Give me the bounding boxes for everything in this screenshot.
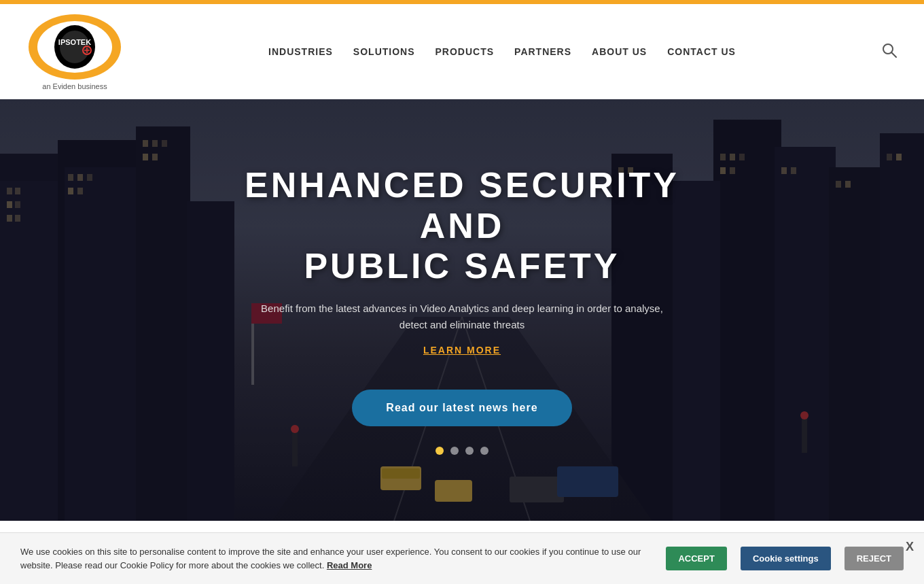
carousel-dot-4[interactable] bbox=[480, 447, 488, 455]
logo-image: IPSOTEK bbox=[27, 13, 122, 81]
cookie-close-button[interactable]: X bbox=[906, 540, 914, 554]
svg-text:IPSOTEK: IPSOTEK bbox=[58, 38, 91, 46]
hero-content: ENHANCED SECURITY AND PUBLIC SAFETY Bene… bbox=[190, 165, 734, 455]
svg-line-11 bbox=[891, 52, 896, 57]
nav-contact-us[interactable]: CONTACT US bbox=[667, 46, 736, 57]
news-button[interactable]: Read our latest news here bbox=[352, 390, 571, 426]
cookie-settings-button[interactable]: Cookie settings bbox=[741, 547, 831, 570]
nav-about-us[interactable]: ABOUT US bbox=[592, 46, 647, 57]
hero-title: ENHANCED SECURITY AND PUBLIC SAFETY bbox=[204, 165, 720, 287]
cookie-reject-button[interactable]: REJECT bbox=[845, 547, 904, 570]
cookie-text: We use cookies on this site to personali… bbox=[20, 545, 652, 572]
main-nav: INDUSTRIES SOLUTIONS PRODUCTS PARTNERS A… bbox=[268, 46, 736, 57]
logo-area[interactable]: IPSOTEK an Eviden business bbox=[27, 13, 122, 90]
hero-subtitle: Benefit from the latest advances in Vide… bbox=[258, 300, 666, 333]
hero-section: ENHANCED SECURITY AND PUBLIC SAFETY Bene… bbox=[0, 99, 924, 521]
carousel-dots bbox=[204, 447, 720, 455]
carousel-dot-1[interactable] bbox=[436, 447, 444, 455]
cookie-accept-button[interactable]: ACCEPT bbox=[666, 547, 726, 570]
nav-products[interactable]: PRODUCTS bbox=[436, 46, 495, 57]
carousel-dot-3[interactable] bbox=[465, 447, 474, 455]
nav-partners[interactable]: PARTNERS bbox=[514, 46, 571, 57]
logo-tagline: an Eviden business bbox=[42, 82, 107, 90]
learn-more-link[interactable]: LEARN MORE bbox=[423, 345, 501, 356]
search-icon bbox=[882, 43, 897, 58]
carousel-dot-2[interactable] bbox=[450, 447, 459, 455]
cookie-read-more-link[interactable]: Read More bbox=[327, 560, 372, 570]
site-header: IPSOTEK an Eviden business INDUSTRIES SO… bbox=[0, 4, 924, 99]
nav-industries[interactable]: INDUSTRIES bbox=[268, 46, 333, 57]
cookie-banner: We use cookies on this site to personali… bbox=[0, 532, 924, 575]
search-button[interactable] bbox=[882, 43, 897, 61]
nav-solutions[interactable]: SOLUTIONS bbox=[353, 46, 415, 57]
